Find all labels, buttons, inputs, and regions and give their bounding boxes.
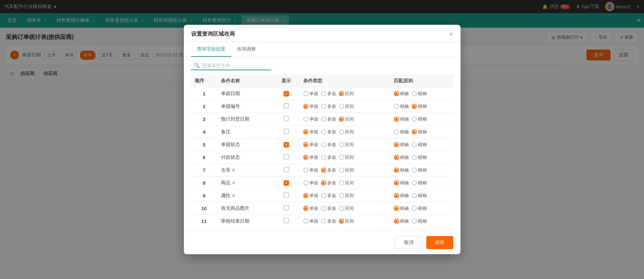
row-num: 6 (191, 151, 217, 164)
type-radio-区间[interactable]: 区间 (339, 180, 354, 186)
type-radio-多值[interactable]: 多值 (321, 91, 336, 97)
row-num: 3 (191, 113, 217, 126)
display-checkbox[interactable] (284, 192, 289, 198)
type-radio-区间[interactable]: 区间 (339, 129, 354, 135)
type-radio-区间[interactable]: 区间 (339, 103, 354, 110)
type-radio-单值[interactable]: 单值 (303, 180, 318, 186)
row-match-cell: 精确模糊 (390, 126, 453, 138)
type-radio-多值[interactable]: 多值 (321, 116, 336, 122)
row-type-cell: 单值多值区间 (300, 126, 390, 138)
row-condition-name: 仓库 ∨ (217, 164, 273, 177)
type-radio-单值[interactable]: 单值 (303, 167, 318, 173)
row-condition-name: 有无商品图片 (217, 202, 273, 215)
match-radio-模糊[interactable]: 模糊 (412, 103, 427, 110)
match-radio-精确[interactable]: 精确 (394, 205, 409, 212)
radio-circle (303, 104, 308, 109)
type-radio-单值[interactable]: 单值 (303, 154, 318, 161)
type-radio-区间[interactable]: 区间 (339, 167, 354, 173)
radio-circle (321, 168, 326, 173)
match-radio-模糊[interactable]: 模糊 (412, 142, 427, 148)
display-checkbox[interactable] (284, 91, 289, 97)
row-display-cell (273, 164, 299, 177)
type-radio-单值[interactable]: 单值 (303, 193, 318, 199)
match-radio-模糊[interactable]: 模糊 (412, 205, 427, 212)
match-radio-精确[interactable]: 精确 (394, 218, 409, 224)
match-radio-精确[interactable]: 精确 (394, 154, 409, 161)
modal-overlay[interactable]: 设置查询区域布局 × 查询字段设置 布局调整 🔍 顺序 条件名称 显示 (0, 0, 644, 279)
type-radio-区间[interactable]: 区间 (339, 91, 354, 97)
type-radio-区间[interactable]: 区间 (339, 218, 354, 224)
match-radio-精确[interactable]: 精确 (394, 142, 409, 148)
row-match-cell: 精确模糊 (390, 202, 453, 215)
radio-circle (303, 129, 308, 134)
type-radio-区间[interactable]: 区间 (339, 205, 354, 212)
type-radio-多值[interactable]: 多值 (321, 218, 336, 224)
match-radio-模糊[interactable]: 模糊 (412, 129, 427, 135)
modal-footer: 取消 保存 (184, 231, 461, 254)
type-radio-多值[interactable]: 多值 (321, 180, 336, 186)
type-radio-多值[interactable]: 多值 (321, 193, 336, 199)
match-radio-精确[interactable]: 精确 (394, 129, 409, 135)
display-checkbox[interactable] (284, 103, 289, 109)
table-row: 2单据编号单值多值区间精确模糊 (191, 100, 453, 113)
match-radio-模糊[interactable]: 模糊 (412, 154, 427, 161)
display-checkbox[interactable] (284, 167, 289, 172)
match-radio-精确[interactable]: 精确 (394, 91, 409, 97)
tab-layout[interactable]: 布局调整 (231, 42, 262, 57)
row-num: 10 (191, 202, 217, 215)
match-radio-精确[interactable]: 精确 (394, 193, 409, 199)
radio-circle (321, 180, 326, 185)
save-btn[interactable]: 保存 (426, 236, 453, 249)
search-input[interactable] (202, 63, 268, 68)
type-radio-多值[interactable]: 多值 (321, 205, 336, 212)
match-radio-模糊[interactable]: 模糊 (412, 193, 427, 199)
match-radio-精确[interactable]: 精确 (394, 103, 409, 110)
radio-circle (394, 168, 399, 173)
type-radio-单值[interactable]: 单值 (303, 103, 318, 110)
display-checkbox[interactable] (284, 218, 289, 223)
tab-query-fields[interactable]: 查询字段设置 (191, 42, 231, 57)
type-radio-多值[interactable]: 多值 (321, 103, 336, 110)
type-radio-单值[interactable]: 单值 (303, 205, 318, 212)
row-type-cell: 单值多值区间 (300, 113, 390, 126)
radio-circle (412, 117, 417, 122)
match-radio-精确[interactable]: 精确 (394, 180, 409, 186)
match-radio-模糊[interactable]: 模糊 (412, 116, 427, 122)
type-radio-区间[interactable]: 区间 (339, 142, 354, 148)
radio-circle (303, 193, 308, 198)
row-num: 11 (191, 215, 217, 228)
type-radio-区间[interactable]: 区间 (339, 116, 354, 122)
match-radio-模糊[interactable]: 模糊 (412, 180, 427, 186)
display-checkbox[interactable] (284, 116, 289, 121)
type-radio-单值[interactable]: 单值 (303, 116, 318, 122)
display-checkbox[interactable] (284, 154, 289, 160)
type-radio-单值[interactable]: 单值 (303, 142, 318, 148)
radio-circle (412, 155, 417, 160)
row-num: 9 (191, 189, 217, 202)
type-radio-区间[interactable]: 区间 (339, 154, 354, 161)
cancel-btn[interactable]: 取消 (395, 236, 423, 249)
type-radio-多值[interactable]: 多值 (321, 129, 336, 135)
match-radio-模糊[interactable]: 模糊 (412, 167, 427, 173)
match-radio-模糊[interactable]: 模糊 (412, 91, 427, 97)
match-radio-精确[interactable]: 精确 (394, 167, 409, 173)
type-radio-单值[interactable]: 单值 (303, 218, 318, 224)
display-checkbox[interactable] (284, 129, 289, 134)
display-checkbox[interactable] (284, 142, 289, 148)
radio-circle (339, 206, 344, 211)
match-radio-精确[interactable]: 精确 (394, 116, 409, 122)
type-radio-多值[interactable]: 多值 (321, 154, 336, 161)
radio-circle (412, 168, 417, 173)
radio-circle (339, 117, 344, 122)
type-radio-单值[interactable]: 单值 (303, 129, 318, 135)
type-radio-单值[interactable]: 单值 (303, 91, 318, 97)
type-radio-多值[interactable]: 多值 (321, 167, 336, 173)
th-match-rule: 匹配原则 (390, 75, 453, 87)
radio-circle (412, 129, 417, 134)
type-radio-区间[interactable]: 区间 (339, 193, 354, 199)
modal-close-btn[interactable]: × (449, 31, 453, 38)
type-radio-多值[interactable]: 多值 (321, 142, 336, 148)
match-radio-模糊[interactable]: 模糊 (412, 218, 427, 224)
display-checkbox[interactable] (284, 180, 289, 186)
display-checkbox[interactable] (284, 205, 289, 211)
